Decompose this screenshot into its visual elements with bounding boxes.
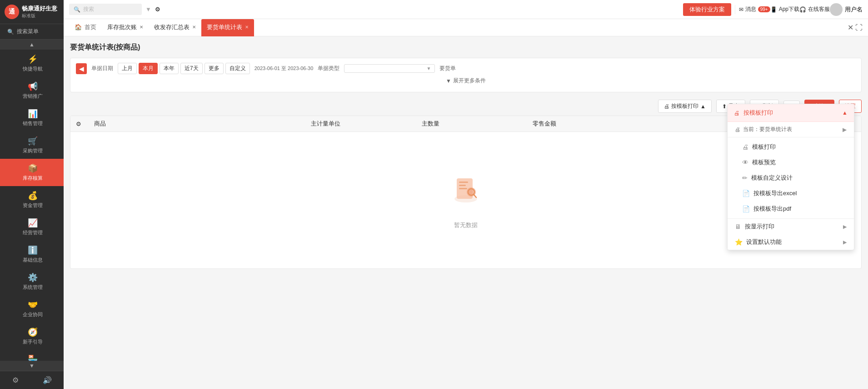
tab-close-all-button[interactable]: ✕ <box>848 23 853 32</box>
search-label: 搜索菜单 <box>17 28 39 35</box>
empty-icon <box>448 172 484 217</box>
user-area[interactable]: 用户名 <box>830 3 863 16</box>
date-btn-last-month[interactable]: 上月 <box>118 63 137 74</box>
dropdown-set-default[interactable]: ⭐ 设置默认功能 ▶ <box>728 234 854 250</box>
marketing-icon: 📢 <box>28 81 38 91</box>
tab-fullscreen-button[interactable]: ⛶ <box>855 24 863 32</box>
col-header-unit: 主计量单位 <box>311 120 417 128</box>
current-template-icon: 🖨 <box>735 126 740 133</box>
search-icon: 🔍 <box>7 29 14 35</box>
headset-icon: 🎧 <box>799 6 806 13</box>
dropdown-header-arrow: ▲ <box>842 110 848 116</box>
sidebar-logo: 通 畅康通好生意 标准版 <box>0 0 64 24</box>
date-btn-this-month[interactable]: 本月 <box>139 63 158 74</box>
system-icon: ⚙️ <box>28 273 38 283</box>
print-template-button[interactable]: 🖨 按模板打印 ▲ <box>658 100 712 113</box>
tab-order-stats[interactable]: 要货单统计表 ✕ <box>201 19 254 36</box>
topbar-search-box[interactable]: 🔍 搜索 <box>69 4 142 15</box>
dropdown-items-section: 🖨 模板打印 👁 模板预览 ✏ 模板自定义设计 📄 按模板导出excel 📄 <box>728 137 854 219</box>
sidebar-item-system[interactable]: ⚙️ 系统管理 <box>0 268 64 295</box>
dropdown-header[interactable]: 🖨 按模板打印 ▲ <box>728 104 854 122</box>
expand-more-btn[interactable]: ▼ 展开更多条件 <box>76 74 856 87</box>
sidebar-item-inventory[interactable]: 📦 库存核算 <box>0 159 64 186</box>
col-header-settings[interactable]: ⚙ <box>76 121 90 127</box>
template-preview-icon: 👁 <box>742 159 748 166</box>
date-btn-7days[interactable]: 近7天 <box>180 63 203 74</box>
date-buttons-group: 上月 本月 本年 近7天 更多 自定义 <box>118 63 250 74</box>
sidebar-item-operation[interactable]: 📈 经营管理 <box>0 213 64 241</box>
tab-home-label: 首页 <box>85 23 96 31</box>
col-header-qty: 主数量 <box>422 120 528 128</box>
date-btn-this-year[interactable]: 本年 <box>160 63 179 74</box>
message-icon: ✉ <box>739 6 743 13</box>
print-label: 按模板打印 <box>671 102 698 110</box>
home-icon: 🏠 <box>75 24 82 30</box>
topbar-settings-icon[interactable]: ⚙ <box>155 6 160 13</box>
dropdown-item-template-print[interactable]: 🖨 模板打印 <box>728 139 854 155</box>
settings-bottom-icon[interactable]: ⚙ <box>12 376 19 384</box>
print-icon: 🖨 <box>664 103 669 110</box>
topbar-search-icon: 🔍 <box>74 6 80 13</box>
sidebar-item-quick-nav[interactable]: ⚡ 快捷导航 <box>0 50 64 77</box>
display-print-arrow: ▶ <box>843 224 847 230</box>
topbar-dropdown-arrow[interactable]: ▼ <box>145 6 151 13</box>
set-default-arrow: ▶ <box>843 239 847 245</box>
trial-button[interactable]: 体验行业方案 <box>683 3 731 16</box>
dropdown-item-export-pdf[interactable]: 📄 按模板导出pdf <box>728 201 854 217</box>
type-select[interactable]: ▼ <box>344 64 435 73</box>
export-excel-label: 按模板导出excel <box>753 189 797 197</box>
customer-service-label: 在线客服 <box>808 5 830 13</box>
current-arrow: ▶ <box>843 126 847 133</box>
sidebar-item-marketing[interactable]: 📢 营销推广 <box>0 77 64 104</box>
template-preview-label: 模板预览 <box>752 158 776 167</box>
tab-receipt-summary[interactable]: 收发存汇总表 ✕ <box>149 19 201 36</box>
inventory-label: 库存核算 <box>23 175 43 182</box>
sidebar-item-purchase[interactable]: 🛒 采购管理 <box>0 131 64 159</box>
dropdown-display-print[interactable]: 🖥 按显示打印 ▶ <box>728 219 854 234</box>
tab-order-stats-close[interactable]: ✕ <box>245 25 249 30</box>
purchase-icon: 🛒 <box>28 136 38 146</box>
quick-nav-icon: ⚡ <box>28 54 38 64</box>
tab-home[interactable]: 🏠 首页 <box>69 19 102 36</box>
sidebar-item-coop[interactable]: 🤝 企业协同 <box>0 295 64 323</box>
dropdown-item-template-preview[interactable]: 👁 模板预览 <box>728 155 854 170</box>
tab-inventory-batch-label: 库存批次账 <box>107 23 137 31</box>
scroll-up-button[interactable]: ▲ <box>0 40 64 50</box>
messages-area[interactable]: ✉ 消息 99+ <box>739 5 770 13</box>
marketing-label: 营销推广 <box>23 93 43 100</box>
filter-bar: ◀ 单据日期 上月 本月 本年 近7天 更多 自定义 2023-06-01 至 … <box>70 58 862 92</box>
dropdown-item-template-design[interactable]: ✏ 模板自定义设计 <box>728 170 854 186</box>
sidebar-item-basic[interactable]: ℹ️ 基础信息 <box>0 241 64 268</box>
basic-label: 基础信息 <box>23 257 43 263</box>
app-download-area[interactable]: 📱 App下载 <box>770 5 799 13</box>
tab-inventory-batch-close[interactable]: ✕ <box>140 25 143 30</box>
quick-nav-label: 快捷导航 <box>23 66 43 72</box>
tab-receipt-summary-close[interactable]: ✕ <box>192 25 196 30</box>
template-design-icon: ✏ <box>742 174 748 182</box>
coop-label: 企业协同 <box>23 311 43 318</box>
tabs-bar: 🏠 首页 库存批次账 ✕ 收发存汇总表 ✕ 要货单统计表 ✕ ✕ ⛶ <box>64 19 868 36</box>
sound-icon[interactable]: 🔊 <box>43 376 52 384</box>
sidebar-item-finance[interactable]: 💰 资金管理 <box>0 186 64 213</box>
username-label: 用户名 <box>845 5 863 14</box>
goods-filter-label: 要货单 <box>439 65 456 72</box>
display-print-label: 按显示打印 <box>745 222 774 231</box>
dropdown-item-export-excel[interactable]: 📄 按模板导出excel <box>728 186 854 201</box>
appstore-icon: 🏪 <box>28 354 38 361</box>
scroll-down-button[interactable]: ▼ <box>0 361 64 371</box>
print-template-icon: 🖨 <box>734 110 740 116</box>
filter-collapse-button[interactable]: ◀ <box>76 63 87 74</box>
customer-service-area[interactable]: 🎧 在线客服 <box>799 5 830 13</box>
sidebar-item-guide[interactable]: 🧭 新手引导 <box>0 323 64 350</box>
filter-row: ◀ 单据日期 上月 本月 本年 近7天 更多 自定义 2023-06-01 至 … <box>76 63 856 74</box>
empty-text: 暂无数据 <box>454 221 478 229</box>
sidebar-item-sales[interactable]: 📊 销售管理 <box>0 104 64 131</box>
date-btn-custom[interactable]: 自定义 <box>225 63 250 74</box>
date-btn-more[interactable]: 更多 <box>205 63 224 74</box>
brand-name: 畅康通好生意 <box>22 5 57 13</box>
app-download-label: App下载 <box>779 5 799 13</box>
sidebar-item-appstore[interactable]: 🏪 应用中心 <box>0 350 64 361</box>
sidebar-search[interactable]: 🔍 搜索菜单 <box>0 24 64 40</box>
tab-inventory-batch[interactable]: 库存批次账 ✕ <box>102 19 149 36</box>
template-print-icon: 🖨 <box>742 143 748 151</box>
